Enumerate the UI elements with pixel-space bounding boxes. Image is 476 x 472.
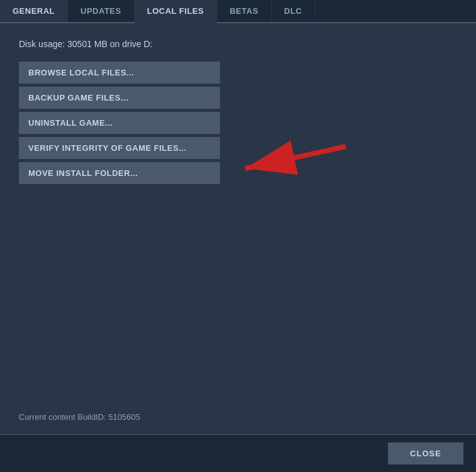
action-buttons-section: BROWSE LOCAL FILES... BACKUP GAME FILES.… [19, 62, 457, 184]
steam-properties-window: GENERAL UPDATES LOCAL FILES BETAS DLC Di… [0, 0, 476, 472]
verify-integrity-button[interactable]: VERIFY INTEGRITY OF GAME FILES... [19, 137, 220, 159]
tab-betas[interactable]: BETAS [217, 0, 272, 22]
tab-general[interactable]: GENERAL [0, 0, 68, 22]
close-button[interactable]: CLOSE [388, 442, 463, 464]
disk-usage-label: Disk usage: 30501 MB on drive D: [19, 39, 457, 49]
tabs-bar: GENERAL UPDATES LOCAL FILES BETAS DLC [0, 0, 476, 23]
arrow-annotation [233, 140, 358, 190]
tab-dlc[interactable]: DLC [272, 0, 315, 22]
move-install-folder-button[interactable]: MOVE INSTALL FOLDER... [19, 162, 220, 184]
content-area: Disk usage: 30501 MB on drive D: BROWSE … [0, 23, 476, 434]
build-id-label: Current content BuildID: 5105605 [19, 412, 140, 422]
tab-local-files[interactable]: LOCAL FILES [135, 0, 217, 23]
uninstall-game-button[interactable]: UNINSTALL GAME... [19, 112, 220, 134]
tab-updates[interactable]: UPDATES [68, 0, 135, 22]
svg-line-1 [245, 146, 346, 168]
backup-game-files-button[interactable]: BACKUP GAME FILES... [19, 87, 220, 109]
footer: CLOSE [0, 434, 476, 472]
browse-local-files-button[interactable]: BROWSE LOCAL FILES... [19, 62, 220, 84]
